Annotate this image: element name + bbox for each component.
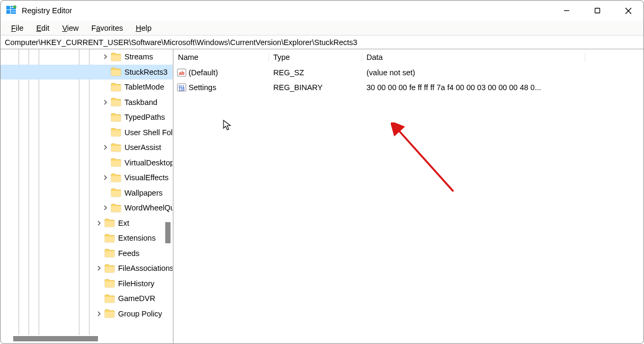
column-header-type[interactable]: Type [269,53,362,61]
svg-rect-1 [11,6,13,7]
menu-favorites[interactable]: Favorites [85,23,130,33]
tree-item-label: TabletMode [124,83,164,91]
tree-item-label: Streams [124,52,153,61]
registry-editor-window: Registry Editor File Edit View Favorites… [0,0,644,344]
column-header-data[interactable]: Data [362,53,585,61]
reg-sz-icon [177,68,186,77]
tree-item-label: VisualEffects [124,173,168,182]
folder-icon [111,83,121,92]
tree-item-label: GameDVR [118,294,155,303]
folder-icon [111,128,121,137]
tree-item-stuckrects3[interactable]: StuckRects3 [1,65,173,80]
tree-item-fileassociations[interactable]: FileAssociations [1,261,173,276]
svg-rect-0 [6,6,10,10]
value-type: REG_SZ [269,68,362,77]
tree-item-label: Feeds [118,249,139,258]
value-data: (value not set) [362,68,594,77]
tree-item-tabletmode[interactable]: TabletMode [1,80,173,95]
tree-item-streams[interactable]: Streams [1,49,173,65]
tree-item-wordwheelquery[interactable]: WordWheelQuery [1,200,173,216]
chevron-right-icon[interactable] [101,98,110,107]
tree-vertical-scrollbar[interactable] [165,51,172,334]
chevron-right-icon[interactable] [95,219,103,227]
folder-icon [104,309,115,318]
chevron-right-icon[interactable] [101,52,110,61]
svg-rect-4 [6,10,10,14]
key-tree-pane[interactable]: StreamsStuckRects3TabletModeTaskbandType… [1,49,174,343]
folder-icon [111,173,121,182]
folder-icon [104,294,115,303]
chevron-right-icon[interactable] [101,173,110,182]
tree-item-typedpaths[interactable]: TypedPaths [1,110,173,125]
tree-item-extensions[interactable]: Extensions [1,231,173,246]
chevron-right-icon[interactable] [101,204,110,212]
folder-icon [111,204,121,213]
address-path: Computer\HKEY_CURRENT_USER\Software\Micr… [5,38,357,47]
tree-item-label: Taskband [124,98,157,107]
tree-item-ext[interactable]: Ext [1,216,173,231]
tree-item-feeds[interactable]: Feeds [1,246,173,261]
regedit-app-icon [6,5,16,16]
svg-rect-5 [11,10,16,12]
tree-item-wallpapers[interactable]: Wallpapers [1,186,173,201]
column-header-name[interactable]: Name [174,53,269,61]
tree-item-label: TypedPaths [124,113,165,121]
tree-item-gamedvr[interactable]: GameDVR [1,291,173,306]
tree-item-label: Extensions [118,234,156,242]
tree-item-label: FileHistory [118,279,154,288]
tree-item-group-policy[interactable]: Group Policy [1,306,173,322]
reg-binary-icon [177,83,186,92]
folder-icon [111,143,121,152]
tree-item-label: Ext [118,219,129,227]
value-data: 30 00 00 00 fe ff ff ff 7a f4 00 00 03 0… [362,83,594,92]
chevron-right-icon[interactable] [95,264,103,272]
tree-horizontal-scroll-thumb[interactable] [13,336,98,341]
folder-icon [104,264,115,273]
value-list-pane[interactable]: Name Type Data (Default)REG_SZ(value not… [174,49,643,343]
address-bar[interactable]: Computer\HKEY_CURRENT_USER\Software\Micr… [1,36,643,49]
folder-icon [111,52,121,61]
main-content: StreamsStuckRects3TabletModeTaskbandType… [1,49,643,343]
folder-icon [104,218,115,227]
chevron-right-icon[interactable] [101,143,110,152]
svg-rect-9 [595,8,600,13]
svg-line-13 [397,129,453,191]
cursor-icon [223,120,232,131]
folder-icon [111,188,121,197]
folder-icon [111,98,121,107]
tree-item-label: Group Policy [118,310,162,318]
tree-vertical-scroll-thumb[interactable] [165,222,171,243]
svg-rect-6 [11,12,16,14]
tree-item-label: FileAssociations [118,264,173,272]
folder-icon [104,279,115,288]
menu-edit[interactable]: Edit [30,23,56,33]
folder-icon [104,234,115,243]
chevron-right-icon[interactable] [95,310,103,318]
svg-point-7 [13,5,16,8]
tree-item-label: StuckRects3 [124,68,167,76]
tree-item-label: Wallpapers [124,189,163,197]
tree-item-virtualdesktops[interactable]: VirtualDesktops [1,155,173,171]
tree-item-user-shell-folders[interactable]: User Shell Folders [1,125,173,140]
value-list-header: Name Type Data [174,49,643,65]
folder-icon [111,67,121,76]
close-button[interactable] [613,1,643,21]
folder-icon [111,158,121,167]
window-title: Registry Editor [22,6,72,15]
menu-file[interactable]: File [5,23,30,33]
title-bar[interactable]: Registry Editor [1,1,643,21]
folder-icon [104,249,115,258]
minimize-button[interactable] [551,1,582,21]
tree-horizontal-scrollbar[interactable] [3,336,163,342]
value-row[interactable]: SettingsREG_BINARY30 00 00 00 fe ff ff f… [174,80,643,95]
maximize-button[interactable] [582,1,613,21]
menu-view[interactable]: View [56,23,85,33]
tree-item-label: UserAssist [124,143,161,152]
tree-item-visualeffects[interactable]: VisualEffects [1,170,173,186]
tree-item-userassist[interactable]: UserAssist [1,140,173,155]
tree-item-filehistory[interactable]: FileHistory [1,276,173,292]
menu-help[interactable]: Help [129,23,158,33]
tree-item-taskband[interactable]: Taskband [1,95,173,110]
menu-bar: File Edit View Favorites Help [1,21,643,36]
value-row[interactable]: (Default)REG_SZ(value not set) [174,65,643,80]
